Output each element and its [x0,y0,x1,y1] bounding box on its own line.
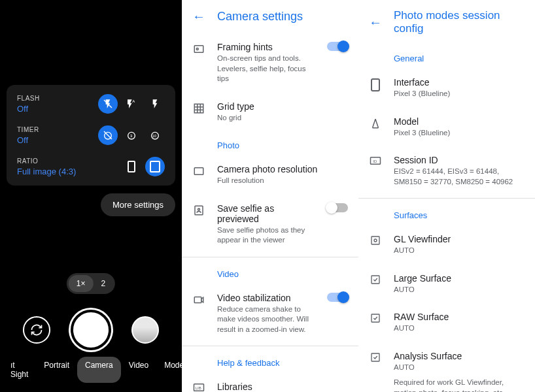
gallery-thumbnail[interactable] [131,316,159,344]
surface-icon [369,234,382,256]
svg-rect-30 [371,314,379,322]
svg-rect-17 [194,168,203,175]
svg-point-19 [198,208,200,210]
zoom-2x[interactable]: 2 [94,275,114,292]
resolution-sub: Full resolution [217,176,348,186]
framing-sub: On-screen tips and tools. Levelers, self… [217,54,315,84]
zoom-selector: 1× 2 [67,273,115,294]
gl-title: GL Viewfinder [394,234,525,244]
grid-type-item[interactable]: Grid type No grid [182,93,358,132]
compass-icon [369,116,382,139]
ratio-full-icon[interactable] [145,157,165,176]
flash-row[interactable]: FLASH Off A [17,94,165,114]
general-section-label: General [358,44,535,69]
video-section-label: Video [182,260,358,284]
zoom-1x[interactable]: 1× [69,275,94,292]
flash-auto-icon[interactable]: A [122,94,141,114]
model-title: Model [394,116,525,127]
svg-rect-31 [371,353,379,361]
divider [182,346,358,346]
camera-viewfinder: FLASH Off A TIMER Off 3 10 RATIO [0,0,182,392]
mode-camera[interactable]: Camera [77,357,121,383]
resolution-title: Camera photo resolution [217,164,348,174]
stab-sub: Reduce camera shake to make videos smoot… [217,304,315,335]
settings-header: ← Camera settings [182,0,358,33]
framing-icon [192,42,205,84]
surfaces-section-label: Surfaces [358,201,535,225]
session-config-panel: ← Photo modes session config General Int… [358,0,535,392]
gl-sub: AUTO [394,246,525,256]
svg-text:LIB: LIB [196,386,201,390]
analysis-note: Required for work GL Viewfinder, motion-… [394,378,525,392]
interface-item[interactable]: Interface Pixel 3 (Blueline) [358,69,535,108]
libraries-title: Libraries [217,382,348,392]
shutter-button[interactable] [71,310,111,350]
svg-rect-12 [194,104,203,113]
session-sub: EISv2 = 61444, EISv3 = 61448, SM8150 = 3… [394,167,525,187]
shutter-bar [0,310,182,350]
mode-night-sight[interactable]: ıt Sight [3,357,36,383]
back-arrow-icon[interactable]: ← [369,15,382,30]
model-item[interactable]: Model Pixel 3 (Blueline) [358,108,535,147]
mode-video[interactable]: Video [121,357,156,383]
stabilization-icon [192,293,205,335]
resolution-item[interactable]: Camera photo resolution Full resolution [182,155,358,195]
libraries-item[interactable]: LIB Libraries By default from Google. Th… [182,373,358,392]
session-item[interactable]: ID Session ID EISv2 = 61444, EISv3 = 614… [358,146,535,195]
model-sub: Pixel 3 (Blueline) [394,128,525,139]
framing-toggle[interactable] [327,42,348,51]
svg-text:10: 10 [152,134,156,138]
svg-rect-27 [371,237,379,244]
selfie-icon [192,203,205,246]
ratio-tall-icon[interactable] [122,157,141,176]
timer-row[interactable]: TIMER Off 3 10 [17,125,165,145]
svg-rect-9 [150,161,160,172]
mode-portrait[interactable]: Portrait [36,357,77,383]
svg-rect-20 [194,297,201,302]
selfie-title: Save selfie as previewed [217,203,315,224]
session-title: Session ID [394,155,525,165]
interface-sub: Pixel 3 (Blueline) [394,89,525,99]
svg-rect-29 [371,276,379,284]
stabilization-item[interactable]: Video stabilization Reduce camera shake … [182,284,358,344]
framing-hints-item[interactable]: Framing hints On-screen tips and tools. … [182,33,358,93]
more-settings-button[interactable]: More settings [101,193,175,216]
flash-on-icon[interactable] [145,94,165,114]
grid-sub: No grid [217,113,348,123]
raw-surface-item[interactable]: RAW Surface AUTO [358,303,535,342]
ratio-row[interactable]: RATIO Full image (4:3) [17,157,165,176]
check-box-icon [369,312,382,334]
switch-camera-button[interactable] [23,316,50,344]
svg-point-28 [374,239,377,242]
timer-10s-icon[interactable]: 10 [145,125,165,145]
interface-title: Interface [394,77,525,88]
selfie-sub: Save selfie photos as they appear in the… [217,225,315,246]
svg-text:3: 3 [130,134,133,138]
analysis-surface-item[interactable]: Analysis Surface AUTO Required for work … [358,342,535,392]
ratio-label: RATIO [17,157,76,165]
large-title: Large Surface [394,273,525,284]
timer-3s-icon[interactable]: 3 [122,125,141,145]
resolution-icon [192,164,205,186]
stab-toggle[interactable] [327,293,348,302]
selfie-item[interactable]: Save selfie as previewed Save selfie pho… [182,195,358,254]
selfie-toggle[interactable] [327,203,348,212]
mode-modes[interactable]: Modes [156,357,182,383]
phone-icon [369,77,382,99]
svg-text:ID: ID [373,159,377,163]
large-surface-item[interactable]: Large Surface AUTO [358,265,535,304]
back-arrow-icon[interactable]: ← [192,9,205,24]
svg-rect-24 [371,79,379,91]
gl-viewfinder-item[interactable]: GL Viewfinder AUTO [358,225,535,265]
mode-selector: ıt Sight Portrait Camera Video Modes [0,357,182,383]
large-sub: AUTO [394,285,525,295]
flash-off-icon[interactable] [98,94,118,114]
photo-section-label: Photo [182,131,358,155]
timer-off-icon[interactable] [98,125,118,145]
svg-rect-8 [128,161,135,172]
quick-settings-card: FLASH Off A TIMER Off 3 10 RATIO [7,85,175,186]
analysis-title: Analysis Surface [394,351,525,361]
raw-title: RAW Surface [394,312,525,322]
timer-label: TIMER [17,126,39,133]
svg-point-11 [196,48,198,50]
